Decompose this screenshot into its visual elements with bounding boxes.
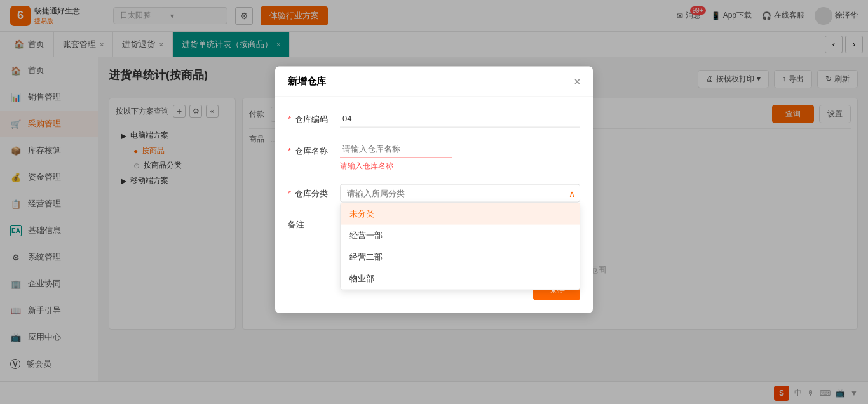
code-required-mark: *: [288, 114, 291, 124]
modal-body: * 仓库编码 * 仓库名称 请输入仓库名称 * 仓库分类: [275, 97, 593, 279]
modal-header: 新增仓库 ×: [275, 67, 593, 97]
add-warehouse-modal: 新增仓库 × * 仓库编码 * 仓库名称 请输入仓库名称: [275, 67, 593, 313]
category-option-3[interactable]: 物业部: [341, 268, 580, 290]
name-error-message: 请输入仓库名称: [340, 161, 393, 170]
select-arrow-icon: ∧: [569, 188, 575, 198]
category-required-mark: *: [288, 189, 291, 198]
category-dropdown: 未分类 经营一部 经营二部 物业部: [340, 203, 580, 290]
code-label: * 仓库编码: [288, 110, 332, 125]
name-field-row: * 仓库名称 请输入仓库名称: [288, 140, 580, 172]
name-input[interactable]: [340, 140, 452, 158]
category-input[interactable]: [340, 184, 580, 203]
remark-label: 备注: [288, 215, 332, 231]
modal-title: 新增仓库: [288, 76, 326, 88]
category-option-1[interactable]: 经营一部: [341, 225, 580, 246]
name-required-mark: *: [288, 146, 291, 156]
code-input[interactable]: [340, 110, 580, 128]
category-label: * 仓库分类: [288, 184, 332, 199]
name-label: * 仓库名称: [288, 142, 332, 157]
category-field-row: * 仓库分类 ∧ 未分类 经营一部 经营二部 物业部: [288, 184, 580, 203]
code-field-row: * 仓库编码: [288, 110, 580, 128]
category-option-0[interactable]: 未分类: [341, 203, 580, 225]
category-option-2[interactable]: 经营二部: [341, 246, 580, 268]
modal-close-icon[interactable]: ×: [574, 76, 580, 87]
category-select-wrapper: ∧ 未分类 经营一部 经营二部 物业部: [340, 184, 580, 203]
